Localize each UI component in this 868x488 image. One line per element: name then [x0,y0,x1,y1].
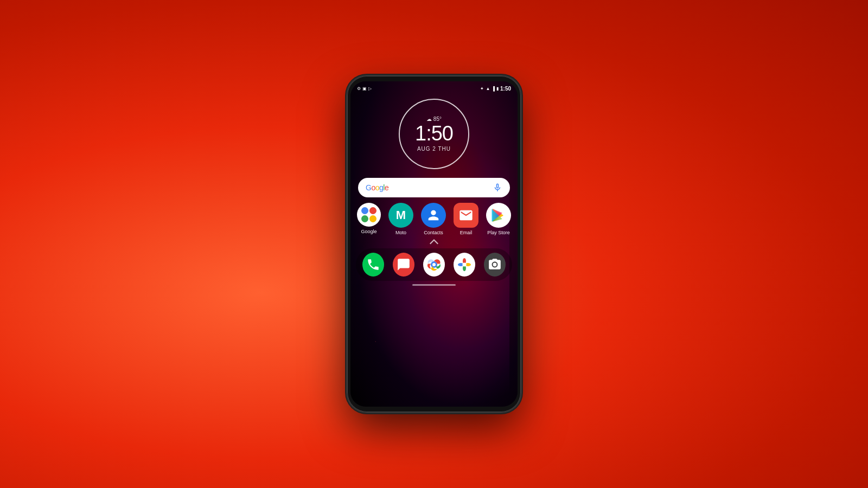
clock-widget: ☁ 85° 1:50 AUG 2 THU [350,99,518,169]
home-indicator [350,281,518,288]
screen-icon: ▣ [362,86,367,91]
app-item-moto[interactable]: M Moto [388,203,413,235]
app-item-google[interactable]: Google [357,203,381,235]
dock-phone-icon[interactable] [362,253,384,277]
wifi-icon: ▲ [486,86,490,91]
svg-point-9 [462,262,466,266]
app-label-contacts: Contacts [424,230,443,235]
arrow-up [350,237,518,246]
status-bar: ⚙ ▣ ▷ ✦ ▲ ▐ ▮ 1:50 [350,81,518,93]
signal-icon: ▐ [492,86,495,91]
app-row: Google M Moto Contacts [356,203,512,235]
phone-screen: ⚙ ▣ ▷ ✦ ▲ ▐ ▮ 1:50 ☁ 85° 1:50 AUG 2 THU [350,81,518,407]
google-yellow-cell [369,215,376,222]
google-logo: Google [366,183,388,192]
mic-icon[interactable] [493,183,502,192]
dock-messages-icon[interactable] [393,253,414,277]
google-grid [361,207,376,222]
clock-date: AUG 2 THU [417,146,451,152]
google-app-icon [357,203,381,227]
moto-icon: M [388,203,413,228]
clock-time: 1:50 [415,123,453,144]
bluetooth-icon: ✦ [480,86,484,91]
dock-camera-icon[interactable] [484,253,506,277]
app-item-email[interactable]: Email [454,203,478,235]
home-bar [412,284,456,286]
bottom-dock [356,248,512,281]
app-item-playstore[interactable]: Play Store [486,203,511,235]
status-icons-right: ✦ ▲ ▐ ▮ 1:50 [480,86,511,92]
email-icon [454,203,478,228]
app-label-google: Google [361,229,376,234]
google-green-cell [361,215,368,222]
app-item-contacts[interactable]: Contacts [421,203,446,235]
status-time: 1:50 [500,86,511,92]
google-search-bar[interactable]: Google [358,178,510,197]
clock-weather: ☁ 85° [426,116,442,122]
dock-photos-icon[interactable] [454,253,475,277]
battery-icon: ▮ [496,86,499,91]
google-blue-cell [361,207,368,214]
settings-icon: ⚙ [357,86,361,91]
app-label-playstore: Play Store [487,230,510,235]
dock-chrome-icon[interactable] [423,253,445,277]
phone-device: ⚙ ▣ ▷ ✦ ▲ ▐ ▮ 1:50 ☁ 85° 1:50 AUG 2 THU [347,76,521,412]
google-red-cell [369,207,376,214]
status-icons-left: ⚙ ▣ ▷ [357,86,372,91]
app-label-moto: Moto [395,230,406,235]
phone-wrapper: ⚙ ▣ ▷ ✦ ▲ ▐ ▮ 1:50 ☁ 85° 1:50 AUG 2 THU [347,76,521,412]
cast-icon: ▷ [368,86,372,91]
clock-circle: ☁ 85° 1:50 AUG 2 THU [399,99,469,169]
playstore-icon [486,203,511,228]
contacts-icon [421,203,446,228]
app-label-email: Email [460,230,473,235]
svg-point-3 [432,263,436,266]
